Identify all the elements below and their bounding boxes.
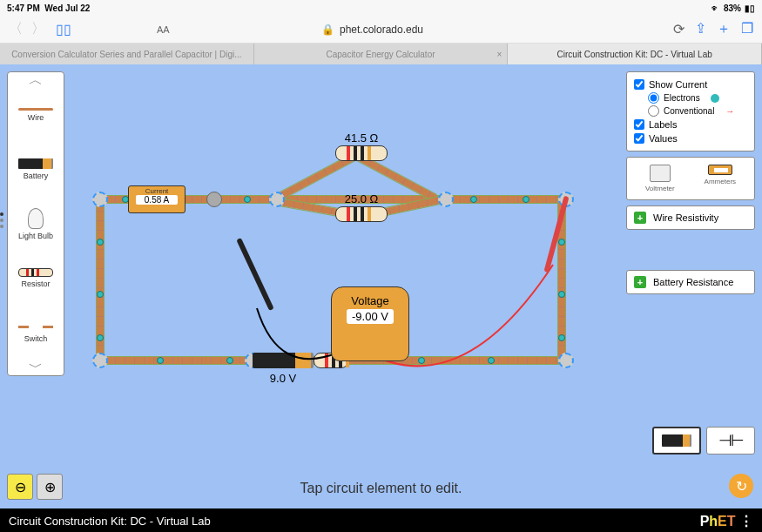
phet-sim-area: ︿ Wire Battery Light Bulb Resistor Switc… — [0, 64, 762, 508]
values-label: Values — [649, 133, 678, 144]
browser-toolbar: 〈 〉 ▯▯ AA 🔒 phet.colorado.edu ⟳ ⇪ ＋ ❐ — [0, 16, 762, 44]
battery[interactable] — [253, 353, 314, 368]
edit-hint: Tap circuit element to edit. — [300, 481, 462, 496]
arrow-icon: → — [725, 106, 734, 116]
reload-button[interactable]: ⟳ — [673, 21, 684, 37]
resistor-2-label: 25.0 Ω — [345, 192, 379, 205]
back-button[interactable]: 〈 — [9, 20, 23, 38]
zoom-out-button[interactable]: ⊖ — [7, 474, 33, 500]
status-time: 5:47 PM — [7, 3, 40, 13]
battery-label: 9.0 V — [270, 372, 296, 385]
electron-icon — [711, 94, 719, 103]
node[interactable] — [438, 192, 454, 207]
resistor-1-label: 41.5 Ω — [345, 131, 379, 145]
tab-1[interactable]: Capacitor Energy Calculator× — [254, 44, 509, 64]
carousel-up[interactable]: ︿ — [8, 72, 64, 88]
footer-title: Circuit Construction Kit: DC - Virtual L… — [9, 515, 211, 528]
values-check[interactable] — [634, 133, 644, 144]
conventional-label: Conventional — [664, 106, 714, 116]
tabs-icon[interactable]: ❐ — [741, 20, 753, 38]
phet-logo[interactable]: PhET ⋮ — [700, 513, 753, 529]
schematic-icon: ⊣⊢ — [718, 431, 743, 450]
node[interactable] — [206, 192, 222, 207]
comp-battery-label: Battery — [24, 172, 49, 180]
voltmeter-tool-label: Voltmeter — [645, 185, 675, 192]
forward-button[interactable]: 〉 — [31, 20, 45, 38]
battery-resistance-label: Battery Resistance — [653, 277, 733, 287]
wifi-icon: ᯤ — [711, 3, 720, 13]
ammeter-value: 0.58 A — [136, 195, 178, 205]
show-current-label: Show Current — [649, 79, 707, 90]
electrons-label: Electrons — [664, 93, 700, 103]
bulb-icon — [28, 208, 44, 229]
ios-status-bar: 5:47 PM Wed Jul 22 ᯤ 83% ▮▯ — [0, 0, 762, 16]
wire-resistivity-panel[interactable]: +Wire Resistivity — [626, 205, 755, 230]
ammeter-icon — [708, 165, 732, 175]
battery-icon — [18, 158, 53, 169]
conventional-radio[interactable] — [648, 105, 659, 117]
display-options-panel: Show Current Electrons Conventional → La… — [626, 71, 755, 152]
comp-wire[interactable]: Wire — [8, 88, 64, 142]
switch-icon — [18, 321, 53, 332]
meters-panel: Voltmeter Ammeters — [626, 157, 755, 200]
tab-1-label: Capacitor Energy Calculator — [326, 50, 435, 59]
schematic-view-button[interactable]: ⊣⊢ — [706, 427, 755, 455]
node[interactable] — [269, 192, 285, 207]
tab-2[interactable]: Circuit Construction Kit: DC - Virtual L… — [508, 44, 762, 64]
tab-0[interactable]: Conversion Calculator Series and Paralle… — [0, 44, 254, 64]
plus-icon: + — [634, 212, 646, 224]
carousel-down[interactable]: ﹀ — [8, 360, 64, 375]
voltmeter[interactable]: Voltage -9.00 V — [331, 286, 409, 361]
lock-icon: 🔒 — [321, 24, 334, 36]
labels-check[interactable] — [634, 119, 644, 130]
reset-button[interactable]: ↻ — [729, 474, 753, 498]
voltmeter-label: Voltage — [351, 294, 388, 307]
close-icon[interactable]: × — [497, 50, 502, 59]
comp-resistor-label: Resistor — [21, 279, 50, 288]
comp-battery[interactable]: Battery — [8, 142, 64, 196]
plus-icon: + — [634, 276, 646, 288]
bookmarks-icon[interactable]: ▯▯ — [56, 21, 71, 37]
node[interactable] — [92, 192, 108, 207]
carousel-dots[interactable] — [0, 212, 3, 228]
node[interactable] — [92, 353, 108, 368]
tab-2-label: Circuit Construction Kit: DC - Virtual L… — [557, 50, 712, 59]
comp-bulb[interactable]: Light Bulb — [8, 197, 64, 251]
new-tab-icon[interactable]: ＋ — [717, 20, 731, 38]
battery-percent: 83% — [724, 3, 741, 13]
resistor-1[interactable] — [335, 145, 388, 161]
comp-resistor[interactable]: Resistor — [8, 251, 64, 305]
ammeter[interactable]: Current 0.58 A — [128, 185, 185, 213]
electrons-radio[interactable] — [648, 92, 659, 104]
ammeter-tool-label: Ammeters — [705, 178, 736, 185]
view-toggle-group: ⊣⊢ — [652, 427, 755, 455]
voltmeter-value: -9.00 V — [347, 309, 394, 324]
text-size-button[interactable]: AA — [157, 24, 170, 35]
wire-resistivity-label: Wire Resistivity — [653, 212, 718, 223]
comp-wire-label: Wire — [28, 113, 44, 122]
url-text[interactable]: phet.colorado.edu — [340, 24, 423, 36]
circuit-canvas[interactable]: Current 0.58 A 41.5 Ω 25.0 Ω 0 Ω 9.0 V V… — [70, 64, 623, 465]
lifelike-view-button[interactable] — [652, 427, 701, 455]
browser-tabs: Conversion Calculator Series and Paralle… — [0, 44, 762, 64]
comp-bulb-label: Light Bulb — [18, 232, 53, 240]
labels-label: Labels — [649, 119, 677, 130]
comp-switch[interactable]: Switch — [8, 306, 64, 360]
show-current-check[interactable] — [634, 79, 644, 90]
tab-0-label: Conversion Calculator Series and Paralle… — [11, 50, 241, 59]
zoom-in-button[interactable]: ⊕ — [37, 474, 63, 500]
right-panel-stack: Show Current Electrons Conventional → La… — [626, 71, 755, 294]
voltmeter-probe-black[interactable] — [236, 238, 273, 311]
voltmeter-tool[interactable]: Voltmeter — [645, 165, 675, 192]
share-icon[interactable]: ⇪ — [695, 20, 706, 38]
battery-resistance-panel[interactable]: +Battery Resistance — [626, 270, 755, 294]
comp-switch-label: Switch — [24, 334, 48, 343]
node[interactable] — [558, 353, 574, 368]
component-carousel: ︿ Wire Battery Light Bulb Resistor Switc… — [7, 71, 64, 376]
ammeter-tool[interactable]: Ammeters — [705, 165, 736, 192]
resistor-2[interactable] — [335, 206, 388, 222]
ammeter-label: Current — [145, 187, 169, 195]
battery-icon — [662, 434, 691, 447]
voltmeter-icon — [650, 165, 671, 182]
zoom-controls: ⊖ ⊕ — [7, 474, 63, 500]
